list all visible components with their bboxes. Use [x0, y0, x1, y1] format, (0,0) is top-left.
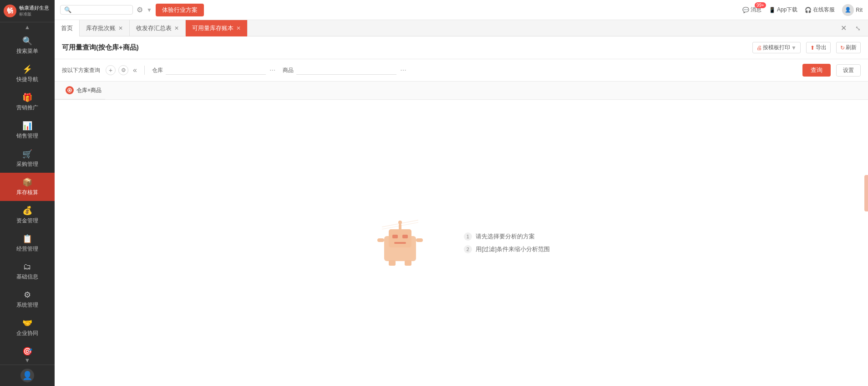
- right-scrollbar[interactable]: [864, 175, 868, 211]
- empty-tip-2: 2 用[过滤]条件来缩小分析范围: [464, 245, 550, 253]
- scheme-settings-button[interactable]: ⚙: [118, 65, 128, 75]
- tab-home[interactable]: 首页: [55, 20, 80, 36]
- sidebar-item-search[interactable]: 🔍 搜索菜单: [0, 31, 55, 60]
- collapse-icon[interactable]: «: [133, 66, 137, 74]
- sidebar-scroll-up[interactable]: ▲: [0, 22, 55, 31]
- product-more-icon[interactable]: ···: [400, 66, 406, 74]
- filter-row: 按以下方案查询 + ⚙ « 仓库 ··· 商品 ···: [62, 64, 861, 77]
- page-header: 可用量查询(按仓库+商品) 🖨 按模板打印 ▼ ⬆ 导出 ↻ 刷新: [55, 36, 868, 59]
- product-label: 商品: [283, 67, 294, 74]
- sidebar-item-shortcut[interactable]: ⚡ 快捷导航: [0, 60, 55, 88]
- tabbar-expand-button[interactable]: ⤡: [852, 22, 864, 35]
- gear-icon[interactable]: ⚙: [137, 5, 143, 14]
- tab-home-label: 首页: [61, 24, 73, 32]
- tab-summary[interactable]: 收发存汇总表 ✕: [130, 20, 186, 36]
- sidebar-item-label: 库存核算: [16, 189, 38, 196]
- sidebar-item-label: 采购管理: [16, 160, 38, 168]
- sidebar-item-system[interactable]: ⚙ 系统管理: [0, 285, 55, 314]
- sidebar-item-label: 搜索菜单: [16, 47, 38, 55]
- marketing-icon: 🎁: [22, 93, 32, 103]
- finance-icon: 💰: [22, 206, 32, 216]
- filter-divider: [144, 66, 145, 75]
- sidebar-item-label: 销售管理: [16, 132, 38, 140]
- print-template-button[interactable]: 🖨 按模板打印 ▼: [752, 42, 801, 53]
- sidebar-item-inventory[interactable]: 📦 库存核算: [0, 173, 55, 201]
- tab-available-label: 可用量库存账本: [192, 24, 233, 32]
- service-label: 在线客服: [813, 6, 835, 14]
- query-button[interactable]: 查询: [802, 64, 831, 77]
- tabbar-actions: ✕ ⤡: [833, 22, 868, 35]
- tab-available-close-icon[interactable]: ✕: [236, 25, 241, 31]
- add-scheme-button[interactable]: +: [106, 65, 116, 75]
- sidebar-item-basic[interactable]: 🗂 基础信息: [0, 257, 55, 285]
- sidebar-item-marketing[interactable]: 🎁 营销推广: [0, 88, 55, 116]
- export-icon: ⬆: [810, 45, 815, 51]
- sidebar-item-enterprise[interactable]: 🤝 企业协同: [0, 314, 55, 342]
- scheme-item-warehouse-product[interactable]: 仓库+商品: [62, 84, 105, 96]
- topbar-search-box: 🔍: [60, 5, 133, 15]
- filter-field-warehouse: 仓库 ···: [152, 66, 275, 75]
- warehouse-label: 仓库: [152, 67, 163, 74]
- svg-rect-8: [405, 260, 411, 266]
- tab-batch-close-icon[interactable]: ✕: [118, 25, 123, 31]
- newbie-icon: 🎯: [22, 346, 32, 355]
- online-service-button[interactable]: 🎧 在线客服: [805, 6, 835, 14]
- export-button[interactable]: ⬆ 导出: [806, 42, 831, 53]
- sidebar-item-label: 营销推广: [16, 104, 38, 112]
- empty-content: 1 请先选择要分析的方案 2 用[过滤]条件来缩小分析范围: [373, 216, 550, 270]
- filter-label: 按以下方案查询: [62, 67, 100, 74]
- tip-text-2: 用[过滤]条件来缩小分析范围: [476, 245, 550, 253]
- message-icon: 💬: [742, 7, 749, 13]
- scheme-list-area: 仓库+商品: [55, 82, 868, 100]
- tab-batch[interactable]: 库存批次账 ✕: [80, 20, 130, 36]
- page-content: 可用量查询(按仓库+商品) 🖨 按模板打印 ▼ ⬆ 导出 ↻ 刷新: [55, 36, 868, 386]
- app-icon: 📱: [769, 7, 776, 13]
- product-input[interactable]: [296, 66, 396, 75]
- sidebar-bottom-icon[interactable]: 👤: [20, 369, 34, 382]
- warehouse-input[interactable]: [166, 66, 266, 75]
- tabbar: 首页 库存批次账 ✕ 收发存汇总表 ✕ 可用量库存账本 ✕ ✕ ⤡: [55, 20, 868, 36]
- tab-summary-close-icon[interactable]: ✕: [174, 25, 179, 31]
- inventory-icon: 📦: [22, 177, 32, 187]
- svg-rect-3: [389, 229, 411, 247]
- sidebar-item-finance[interactable]: 💰 资金管理: [0, 201, 55, 229]
- sidebar-logo: 畅 畅康通好生意 标准版: [4, 5, 51, 17]
- print-label: 按模板打印: [763, 44, 790, 51]
- warehouse-more-icon[interactable]: ···: [269, 66, 275, 74]
- sidebar-scroll-down[interactable]: ▼: [0, 355, 55, 365]
- tabbar-close-button[interactable]: ✕: [837, 22, 850, 35]
- tab-available[interactable]: 可用量库存账本 ✕: [186, 20, 248, 36]
- scheme-list: 仓库+商品: [55, 82, 105, 99]
- sidebar: 畅 畅康通好生意 标准版 ▲ 🔍 搜索菜单 ⚡ 快捷导航 🎁 营销推广 📊 销售…: [0, 0, 55, 386]
- sidebar-item-operations[interactable]: 📋 经营管理: [0, 229, 55, 257]
- trial-industry-button[interactable]: 体验行业方案: [156, 4, 204, 16]
- tip-num-2: 2: [464, 245, 472, 253]
- tab-batch-label: 库存批次账: [86, 24, 116, 32]
- sidebar-scroll: 🔍 搜索菜单 ⚡ 快捷导航 🎁 营销推广 📊 销售管理 🛒 采购管理 📦 库存核…: [0, 31, 55, 355]
- sidebar-item-newbie[interactable]: 🎯 新手引导: [0, 342, 55, 355]
- set-button[interactable]: 设置: [836, 64, 861, 77]
- empty-tips: 1 请先选择要分析的方案 2 用[过滤]条件来缩小分析范围: [464, 232, 550, 253]
- print-dropdown-icon: ▼: [791, 45, 797, 51]
- service-icon: 🎧: [805, 7, 812, 13]
- svg-rect-9: [377, 238, 384, 242]
- filter-field-product: 商品 ···: [283, 66, 406, 75]
- search-input[interactable]: [73, 7, 129, 13]
- scheme-item-label: 仓库+商品: [76, 87, 102, 94]
- refresh-button[interactable]: ↻ 刷新: [836, 42, 861, 53]
- sidebar-item-purchase[interactable]: 🛒 采购管理: [0, 144, 55, 173]
- filter-area: 按以下方案查询 + ⚙ « 仓库 ··· 商品 ···: [55, 59, 868, 82]
- tab-summary-label: 收发存汇总表: [136, 24, 172, 32]
- message-button[interactable]: 💬 消息 99+: [742, 6, 761, 14]
- refresh-label: 刷新: [846, 44, 857, 51]
- sidebar-item-sales[interactable]: 📊 销售管理: [0, 116, 55, 144]
- message-badge: 99+: [755, 2, 766, 8]
- sales-icon: 📊: [22, 121, 32, 131]
- refresh-icon: ↻: [840, 45, 845, 51]
- main: 🔍 ⚙ ▼ 体验行业方案 💬 消息 99+ 📱 App下载 🎧 在线客服 👤 R: [55, 0, 868, 386]
- tip-text-1: 请先选择要分析的方案: [476, 232, 535, 241]
- svg-rect-4: [392, 235, 398, 238]
- user-profile[interactable]: 👤 Rit: [842, 4, 863, 16]
- sidebar-item-label: 经营管理: [16, 245, 38, 253]
- app-download-button[interactable]: 📱 App下载: [769, 6, 797, 14]
